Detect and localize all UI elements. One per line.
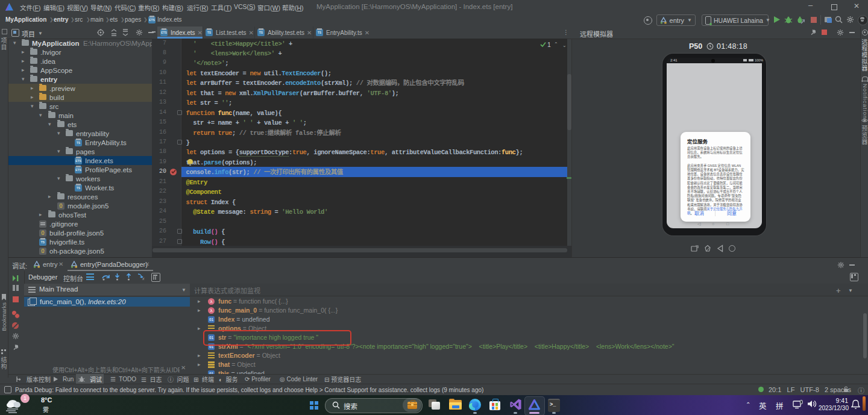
- svg-text:x: x: [142, 276, 145, 281]
